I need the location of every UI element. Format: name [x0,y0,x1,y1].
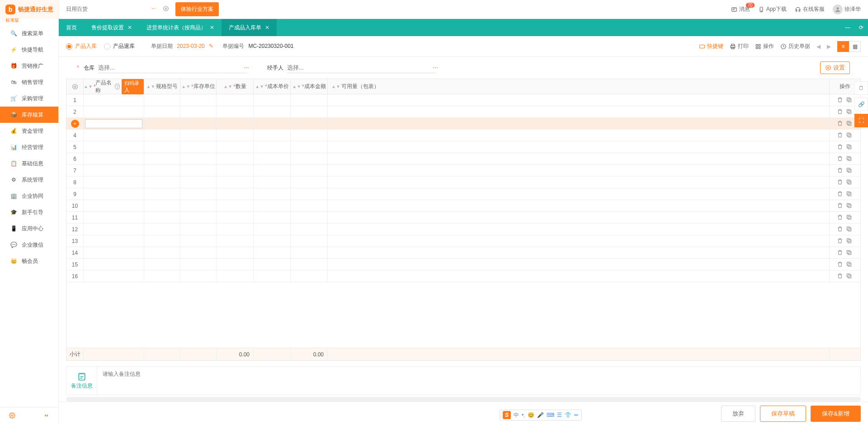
delete-row-icon[interactable] [837,202,844,210]
remark-input[interactable] [97,367,860,395]
business-unit-select[interactable]: 日用百货 ﹀ [66,5,156,13]
next-button[interactable]: ▶ [827,43,831,50]
col-unit[interactable]: ▲▼*库存单位 [180,79,217,94]
col-settings[interactable] [66,79,84,94]
tab-close-current[interactable]: — [841,19,854,36]
delete-row-icon[interactable] [837,249,844,257]
sidebar-item-4[interactable]: 🛒采购管理 [0,90,58,107]
table-row[interactable]: 8 [66,177,860,188]
scan-button[interactable]: 扫码录入 [122,79,144,94]
tab-refresh[interactable]: ⟳ [854,19,868,36]
table-row[interactable]: 16 [66,271,860,282]
dock-note-icon[interactable]: 🗒 [854,81,868,95]
table-row[interactable]: 5 [66,141,860,153]
col-spec[interactable]: ▲▼规格型号 [144,79,180,94]
copy-row-icon[interactable] [846,179,853,186]
delete-row-icon[interactable] [837,144,844,151]
settings-button[interactable]: 设置 [820,61,850,74]
table-row[interactable]: 10 [66,200,860,212]
sidebar-item-1[interactable]: ⚡快捷导航 [0,42,58,58]
delete-row-icon[interactable] [837,191,844,198]
copy-row-icon[interactable] [846,155,853,163]
col-amount[interactable]: ▲▼*成本金额 [291,79,328,94]
table-row[interactable]: + [66,118,860,130]
sidebar-item-13[interactable]: 💬企业微信 [0,237,58,253]
settings-icon[interactable] [9,412,15,420]
scrollbar[interactable] [66,397,861,402]
edit-icon[interactable]: ✎ [209,43,213,49]
tab-3[interactable]: 产成品入库单✕ [222,19,277,36]
delete-row-icon[interactable] [837,120,844,127]
online-service-button[interactable]: 在线客服 [795,5,825,13]
save-draft-button[interactable]: 保存草稿 [760,406,806,422]
dock-link-icon[interactable]: 🔗 [854,98,868,111]
table-row[interactable]: 14 [66,247,860,259]
table-row[interactable]: 9 [66,188,860,200]
prev-button[interactable]: ◀ [816,43,821,50]
copy-row-icon[interactable] [846,226,853,233]
copy-row-icon[interactable] [846,132,853,139]
delete-row-icon[interactable] [837,132,844,139]
collapse-icon[interactable] [43,412,49,420]
radio-product-in[interactable]: 产品入库 [66,42,97,50]
sidebar-item-3[interactable]: 🛍销售管理 [0,74,58,90]
table-row[interactable]: 4 [66,130,860,141]
copy-row-icon[interactable] [846,261,853,268]
dock-expand-icon[interactable]: ⛶ [854,114,868,127]
sidebar-item-0[interactable]: 🔍搜索菜单 [0,25,58,42]
delete-row-icon[interactable] [837,108,844,116]
gear-icon[interactable] [163,5,169,13]
copy-row-icon[interactable] [846,249,853,257]
table-row[interactable]: 15 [66,259,860,271]
delete-row-icon[interactable] [837,155,844,163]
shortcut-button[interactable]: 快捷键 [699,42,723,50]
sidebar-item-14[interactable]: 👑畅会员 [0,253,58,269]
ime-bar[interactable]: S 中 •ˌ 😊🎤⌨☰👕✏ [500,410,582,420]
product-name-input[interactable] [85,119,142,128]
sidebar-item-10[interactable]: 🏢企业协同 [0,188,58,204]
delete-row-icon[interactable] [837,261,844,268]
delete-row-icon[interactable] [837,167,844,174]
warehouse-picker-icon[interactable]: ⋯ [244,65,249,71]
sidebar-item-12[interactable]: 📱应用中心 [0,220,58,237]
handler-picker-icon[interactable]: ⋯ [433,65,438,71]
messages-button[interactable]: 消息 70 [731,5,750,13]
add-row-icon[interactable]: + [71,120,79,128]
delete-row-icon[interactable] [837,226,844,233]
copy-row-icon[interactable] [846,214,853,221]
sidebar-item-6[interactable]: 💰资金管理 [0,123,58,139]
sidebar-item-9[interactable]: ⚙系统管理 [0,172,58,188]
delete-row-icon[interactable] [837,97,844,104]
tab-close-icon[interactable]: ✕ [127,24,132,31]
copy-row-icon[interactable] [846,97,853,104]
table-row[interactable]: 7 [66,165,860,177]
col-available[interactable]: ▲▼可用量（包装） [328,79,830,94]
tab-close-icon[interactable]: ✕ [265,24,269,31]
table-row[interactable]: 11 [66,212,860,224]
table-row[interactable]: 13 [66,235,860,247]
copy-row-icon[interactable] [846,144,853,151]
date-value[interactable]: 2023-03-20 [177,43,204,49]
copy-row-icon[interactable] [846,202,853,210]
delete-row-icon[interactable] [837,179,844,186]
sidebar-item-7[interactable]: 📊经营管理 [0,139,58,155]
table-row[interactable]: 6 [66,153,860,165]
tab-1[interactable]: 售价提取设置✕ [84,19,139,36]
print-button[interactable]: 打印 [730,42,749,50]
tab-0[interactable]: 首页 [59,19,84,36]
copy-row-icon[interactable] [846,108,853,116]
copy-row-icon[interactable] [846,167,853,174]
save-new-button[interactable]: 保存&新增 [811,406,861,422]
delete-row-icon[interactable] [837,273,844,280]
tab-close-icon[interactable]: ✕ [210,24,214,31]
sidebar-item-8[interactable]: 📋基础信息 [0,155,58,172]
sidebar-item-11[interactable]: 🎓新手引导 [0,204,58,220]
col-product-name[interactable]: ▲▼*产品名称?扫码录入 [84,79,144,94]
sidebar-item-5[interactable]: 📦库存核算 [0,107,58,123]
discard-button[interactable]: 放弃 [721,406,755,422]
col-price[interactable]: ▲▼*成本单价 [254,79,291,94]
copy-row-icon[interactable] [846,191,853,198]
handler-input[interactable] [287,62,436,73]
table-row[interactable]: 2 [66,106,860,118]
table-row[interactable]: 12 [66,224,860,235]
